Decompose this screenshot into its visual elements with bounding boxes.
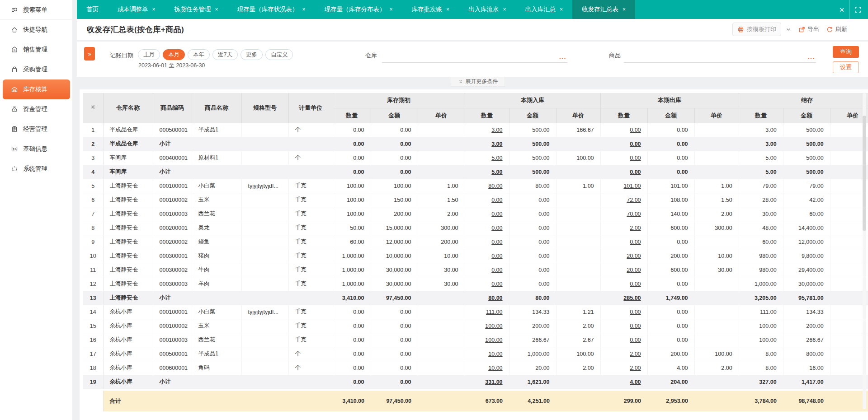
- drilldown-link[interactable]: 0.00: [491, 211, 502, 217]
- drilldown-link[interactable]: 331.00: [485, 379, 502, 385]
- tab-close-icon[interactable]: ×: [390, 6, 393, 13]
- sidebar-item-system[interactable]: 系统管理: [0, 159, 72, 179]
- subtotal-row[interactable]: 13上海静安仓小计3,410.0097,450.0080.0080.00285.…: [83, 291, 868, 305]
- drilldown-link[interactable]: 0.00: [630, 155, 641, 161]
- drilldown-link[interactable]: 100.00: [485, 337, 502, 343]
- date-option-更多[interactable]: 更多: [241, 49, 263, 60]
- tab-出入库流水[interactable]: 出入库流水×: [459, 0, 516, 19]
- date-option-自定义[interactable]: 自定义: [265, 49, 293, 60]
- drilldown-link[interactable]: 0.00: [630, 323, 641, 329]
- subtotal-row[interactable]: 19余杭小库小计0.000.00331.001,621.004.00204.00…: [83, 375, 868, 389]
- drilldown-link[interactable]: 2.00: [630, 225, 641, 231]
- table-row[interactable]: 1半成品仓库000500001半成品1个0.000.003.00500.0016…: [83, 123, 868, 137]
- table-row[interactable]: 18余杭小库000600001角码个0.000.0010.0020.002.00…: [83, 361, 868, 375]
- subtotal-row[interactable]: 2半成品仓库小计0.000.003.00500.000.000.003.0050…: [83, 137, 868, 151]
- tab-close-icon[interactable]: ×: [302, 6, 306, 13]
- drilldown-link[interactable]: 0.00: [630, 239, 641, 245]
- drilldown-link[interactable]: 3.00: [491, 127, 502, 133]
- tab-成本调整单[interactable]: 成本调整单×: [108, 0, 165, 19]
- drilldown-link[interactable]: 0.00: [630, 127, 641, 133]
- tab-close-icon[interactable]: ×: [215, 6, 218, 13]
- date-option-本月[interactable]: 本月: [163, 49, 185, 60]
- column-settings-gear-icon[interactable]: [90, 104, 96, 110]
- sidebar-item-baseinfo[interactable]: A基础信息: [0, 139, 72, 159]
- drilldown-link[interactable]: 0.00: [491, 281, 502, 287]
- drilldown-link[interactable]: 5.00: [491, 155, 502, 161]
- table-row[interactable]: 3车间库000400001原材料1个0.000.005.00500.00100.…: [83, 151, 868, 165]
- drilldown-link[interactable]: 20.00: [627, 267, 641, 273]
- drilldown-link[interactable]: 80.00: [488, 183, 502, 189]
- table-row[interactable]: 9上海静安仓000200002鳗鱼千克60.0012,000.00200.000…: [83, 235, 868, 249]
- table-row[interactable]: 11上海静安仓000300002牛肉千克1,000.0030,000.0030.…: [83, 263, 868, 277]
- table-row[interactable]: 16余杭小库000100003西兰花千克0.000.00100.00266.67…: [83, 333, 868, 347]
- tab-现存量（库存分布表）[interactable]: 现存量（库存分布表）×: [315, 0, 402, 19]
- table-row[interactable]: 10上海静安仓000300001猪肉千克1,000.0010,000.0010.…: [83, 249, 868, 263]
- tab-close-icon[interactable]: ×: [623, 6, 626, 13]
- drilldown-link[interactable]: 0.00: [491, 239, 502, 245]
- drilldown-link[interactable]: 0.00: [491, 197, 502, 203]
- expand-more-conditions-button[interactable]: 展开更多条件: [451, 77, 505, 87]
- warehouse-picker-ellipsis-icon[interactable]: ···: [559, 55, 566, 61]
- sidebar-item-search[interactable]: 搜索菜单: [0, 0, 72, 20]
- drilldown-link[interactable]: 70.00: [627, 211, 641, 217]
- tab-库存批次账[interactable]: 库存批次账×: [402, 0, 459, 19]
- fullscreen-icon[interactable]: [850, 0, 865, 19]
- drilldown-link[interactable]: 285.00: [623, 295, 641, 301]
- drilldown-link[interactable]: 20.00: [627, 253, 641, 259]
- drilldown-link[interactable]: 111.00: [486, 309, 502, 315]
- drilldown-link[interactable]: 72.00: [627, 197, 641, 203]
- scrollbar-thumb[interactable]: [863, 116, 866, 231]
- tab-close-icon[interactable]: ×: [503, 6, 506, 13]
- drilldown-link[interactable]: 0.00: [491, 253, 502, 259]
- tab-close-icon[interactable]: ×: [152, 6, 156, 13]
- export-button[interactable]: 导出: [798, 25, 819, 33]
- table-row[interactable]: 14余杭小库000100001小白菜tyjyjtyjtyjdf...千克0.00…: [83, 305, 868, 319]
- drilldown-link[interactable]: 3.00: [491, 141, 502, 147]
- sidebar-item-operations[interactable]: 经营管理: [0, 119, 72, 139]
- date-option-本年[interactable]: 本年: [188, 49, 210, 60]
- drilldown-link[interactable]: 101.00: [623, 183, 641, 189]
- drilldown-link[interactable]: 0.00: [630, 281, 641, 287]
- drilldown-link[interactable]: 10.00: [488, 365, 502, 371]
- table-row[interactable]: 7上海静安仓000100003西兰花千克100.00200.002.000.00…: [83, 207, 868, 221]
- drilldown-link[interactable]: 2.00: [630, 365, 641, 371]
- table-row[interactable]: 17余杭小库000500001半成品1个0.000.0010.001,000.0…: [83, 347, 868, 361]
- drilldown-link[interactable]: 80.00: [488, 295, 502, 301]
- drilldown-link[interactable]: 0.00: [491, 225, 502, 231]
- date-range-value[interactable]: 2023-06-01 至 2023-06-30: [138, 62, 205, 70]
- sidebar-item-funds[interactable]: ¥资金管理: [0, 99, 72, 119]
- tab-首页[interactable]: 首页: [77, 0, 108, 19]
- drilldown-link[interactable]: 4.00: [630, 379, 641, 385]
- print-options-chevron-down-icon[interactable]: [786, 27, 791, 32]
- tab-收发存汇总表[interactable]: 收发存汇总表×: [572, 0, 635, 19]
- sidebar-item-sales[interactable]: $销售管理: [0, 40, 72, 60]
- subtotal-row[interactable]: 4车间库小计0.000.005.00500.000.000.005.00500.…: [83, 165, 868, 179]
- print-by-template-button[interactable]: 按模板打印: [732, 23, 781, 36]
- drilldown-link[interactable]: 5.00: [491, 169, 502, 175]
- query-button[interactable]: 查询: [833, 46, 859, 58]
- collapse-filter-button[interactable]: »: [84, 47, 95, 61]
- warehouse-input[interactable]: ···: [382, 52, 567, 63]
- table-row[interactable]: 12上海静安仓000300003羊肉千克1,000.0030,000.0030.…: [83, 277, 868, 291]
- drilldown-link[interactable]: 0.00: [491, 267, 502, 273]
- tab-close-icon[interactable]: ×: [446, 6, 449, 13]
- refresh-button[interactable]: 刷新: [826, 25, 847, 33]
- table-row[interactable]: 8上海静安仓000200001奥龙千克50.0015,000.00300.000…: [83, 221, 868, 235]
- tab-close-icon[interactable]: ×: [560, 6, 563, 13]
- drilldown-link[interactable]: 10.00: [488, 351, 502, 357]
- sidebar-item-home[interactable]: 快捷导航: [0, 20, 72, 40]
- product-picker-ellipsis-icon[interactable]: ···: [808, 55, 815, 61]
- close-window-icon[interactable]: ×: [834, 0, 849, 19]
- table-row[interactable]: 15余杭小库000100002玉米千克0.000.00100.00200.002…: [83, 319, 868, 333]
- sidebar-item-purchase[interactable]: 采购管理: [0, 60, 72, 79]
- drilldown-link[interactable]: 0.00: [630, 337, 641, 343]
- settings-button[interactable]: 设置: [833, 61, 859, 73]
- drilldown-link[interactable]: 0.00: [630, 141, 641, 147]
- tab-出入库汇总[interactable]: 出入库汇总×: [516, 0, 573, 19]
- table-row[interactable]: 5上海静安仓000100001小白菜tyjyjtyjtyjdf...千克100.…: [83, 179, 868, 193]
- sidebar-item-inventory[interactable]: 库存核算: [3, 79, 70, 99]
- drilldown-link[interactable]: 2.00: [630, 351, 641, 357]
- table-row[interactable]: 6上海静安仓000100002玉米千克100.00150.001.500.000…: [83, 193, 868, 207]
- date-option-上月[interactable]: 上月: [138, 49, 160, 60]
- product-input[interactable]: ···: [624, 52, 816, 63]
